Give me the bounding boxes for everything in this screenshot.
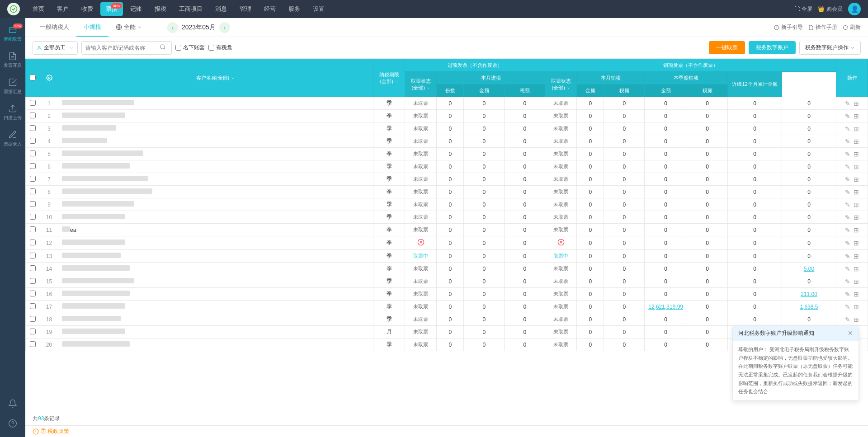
row-edit-btn[interactable]: ✎ [844,226,851,234]
row-edit-btn[interactable]: ✎ [844,291,851,298]
nav-accounting[interactable]: 记账 [125,2,147,16]
refresh-btn[interactable]: 刷新 [843,23,861,31]
row-checkbox[interactable] [30,163,36,169]
row-edit-btn[interactable]: ✎ [844,163,851,170]
row-detail-btn[interactable]: ⊞ [853,188,860,196]
row-edit-btn[interactable]: ✎ [844,240,851,247]
checkbox-tax-disk-input[interactable] [208,45,214,51]
row-checkbox[interactable] [30,188,36,194]
row-detail-btn[interactable]: ⊞ [853,278,860,285]
row-checkbox[interactable] [30,176,36,182]
prev-month-btn[interactable]: ‹ [167,22,178,33]
row-detail-btn[interactable]: ⊞ [853,201,860,208]
row-checkbox[interactable] [30,100,36,106]
nav-customer[interactable]: 客户 [52,2,74,16]
tax-digital-account-btn[interactable]: 税务数字账户 [749,41,796,54]
row-checkbox[interactable] [30,240,36,245]
row-edit-btn[interactable]: ✎ [844,278,851,285]
row-edit-btn[interactable]: ✎ [844,188,851,196]
row-detail-btn[interactable]: ⊞ [853,291,860,298]
checkbox-account-set[interactable]: 名下账套 [175,44,205,52]
nav-billing[interactable]: 收费 [76,2,99,16]
nav-message[interactable]: 消息 [210,2,232,16]
one-click-fetch-btn[interactable]: 一键取票 [709,41,745,54]
row-edit-btn[interactable]: ✎ [844,176,851,183]
row-detail-btn[interactable]: ⊞ [853,113,860,120]
sidebar-help[interactable] [2,415,24,432]
sidebar-item-smart-ticket[interactable]: 智能取票 new [2,22,24,46]
tab-general-taxpayer[interactable]: 一般纳税人 [33,19,76,37]
row-detail-btn[interactable]: ⊞ [853,163,860,170]
row-edit-btn[interactable]: ✎ [844,253,851,260]
row-detail-btn[interactable]: ⊞ [853,265,860,273]
row-edit-btn[interactable]: ✎ [844,100,851,107]
employee-select[interactable]: 全部员工 [33,41,78,55]
nav-operation[interactable]: 经营 [259,2,281,16]
user-avatar[interactable]: 👤 [848,3,861,15]
search-button[interactable] [158,44,168,52]
search-input[interactable] [85,45,158,51]
sidebar-bell[interactable] [2,395,24,412]
row-edit-btn[interactable]: ✎ [844,113,851,120]
row-detail-btn[interactable]: ⊞ [853,125,860,132]
nav-invoice[interactable]: 票据 new [100,2,123,16]
row-checkbox[interactable] [30,226,36,232]
row-detail-btn[interactable]: ⊞ [853,150,860,158]
sidebar-item-scan-upload[interactable]: 扫描上传 [2,100,24,125]
tax-digital-operations-btn[interactable]: 税务数字账户操作 [799,41,861,55]
nav-service[interactable]: 服务 [283,2,306,16]
new-guide-btn[interactable]: 新手引导 [774,23,803,31]
row-edit-btn[interactable]: ✎ [844,125,851,132]
row-checkbox[interactable] [30,253,36,258]
sidebar-item-summary[interactable]: 票据汇总 [2,74,24,99]
row-edit-btn[interactable]: ✎ [844,303,851,310]
tax-policy-bar[interactable]: ⑦ 税政政策 [25,425,868,437]
row-detail-btn[interactable]: ⊞ [853,226,860,234]
row-checkbox[interactable] [30,125,36,131]
manual-btn[interactable]: 操作手册 [808,23,837,31]
row-detail-btn[interactable]: ⊞ [853,253,860,260]
notification-close-btn[interactable]: ✕ [848,329,853,337]
row-checkbox[interactable] [30,278,36,284]
row-detail-btn[interactable]: ⊞ [853,138,860,145]
row-detail-btn[interactable]: ⊞ [853,240,860,247]
row-checkbox[interactable] [30,138,36,144]
row-edit-btn[interactable]: ✎ [844,150,851,158]
nav-business[interactable]: 工商项目 [174,2,208,16]
sidebar-item-open-invoice[interactable]: 发票开具 [2,48,24,72]
row-checkbox[interactable] [30,201,36,207]
nav-home[interactable]: 首页 [27,2,50,16]
tab-small-scale[interactable]: 小规模 [76,19,108,37]
row-edit-btn[interactable]: ✎ [844,138,851,145]
fullscreen-btn[interactable]: ⛶ 全屏 [794,5,812,13]
checkbox-account-set-input[interactable] [175,45,181,51]
row-detail-btn[interactable]: ⊞ [853,176,860,183]
checkbox-tax-disk[interactable]: 有税盘 [208,44,232,52]
row-detail-btn[interactable]: ⊞ [853,303,860,310]
sidebar-item-entry[interactable]: 票据录入 [2,127,24,151]
row-checkbox[interactable] [30,150,36,156]
row-detail-btn[interactable]: ⊞ [853,100,860,107]
row-checkbox[interactable] [30,316,36,322]
row-checkbox[interactable] [30,113,36,118]
row-edit-btn[interactable]: ✎ [844,265,851,273]
row-checkbox[interactable] [30,214,36,220]
row-detail-btn[interactable]: ⊞ [853,316,860,323]
row-checkbox[interactable] [30,341,36,347]
row-checkbox[interactable] [30,303,36,309]
row-checkbox[interactable] [30,329,36,334]
row-edit-btn[interactable]: ✎ [844,316,851,323]
row-checkbox[interactable] [30,265,36,271]
tab-all-capable[interactable]: 全能 [108,19,149,37]
row-checkbox[interactable] [30,291,36,296]
select-all-checkbox[interactable] [30,75,36,80]
row-edit-btn[interactable]: ✎ [844,201,851,208]
nav-tax[interactable]: 报税 [149,2,172,16]
row-edit-btn[interactable]: ✎ [844,214,851,221]
member-btn[interactable]: 👑 购会员 [818,5,843,13]
row-detail-btn[interactable]: ⊞ [853,214,860,221]
next-month-btn[interactable]: › [219,22,230,33]
nav-settings[interactable]: 设置 [307,2,330,16]
row-out-amount-cell: 0 [604,97,645,110]
nav-manage[interactable]: 管理 [234,2,257,16]
